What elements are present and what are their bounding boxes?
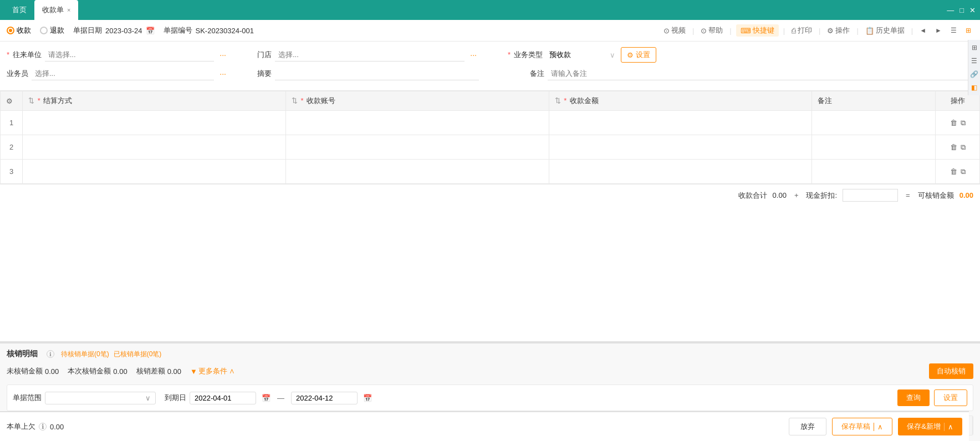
salesperson-input[interactable] [32, 67, 214, 80]
close-icon[interactable]: ✕ [969, 6, 976, 14]
writeoff-info-icon[interactable]: ℹ [47, 350, 54, 358]
query-button[interactable]: 查询 [897, 389, 930, 406]
nav-next-icon[interactable]: ► [933, 25, 944, 35]
summary-input[interactable] [275, 67, 479, 80]
tab-receipt[interactable]: 收款单 × [34, 0, 78, 20]
delete-row-3-icon[interactable]: 🗑 [950, 167, 957, 176]
store-more-icon[interactable]: ··· [468, 50, 479, 59]
form-area: * 往来单位 ··· 门店 ··· * 业务类型 预收款 ∨ [0, 42, 980, 91]
save-draft-button[interactable]: 保存草稿 ∧ [832, 418, 892, 435]
minimize-icon[interactable]: — [947, 6, 954, 14]
save-draft-arrow-icon[interactable]: ∧ [874, 423, 883, 431]
help-btn[interactable]: ⊙ 帮助 [698, 24, 725, 37]
history-btn[interactable]: 📋 历史单据 [863, 24, 907, 37]
calendar-to-icon[interactable]: 📅 [363, 394, 372, 402]
video-btn[interactable]: ⊙ 视频 [661, 24, 688, 37]
remark-field: 备注 [530, 67, 973, 80]
col-settlement-method: ⇅ * 结算方式 [23, 91, 286, 111]
video-icon: ⊙ [663, 27, 670, 35]
bottom-footer: 本单上欠 ℹ 0.00 放弃 保存草稿 ∧ 保存&新增 ∧ [0, 411, 969, 441]
more-conditions-btn[interactable]: ▼ 更多条件 ∧ [190, 366, 236, 376]
discount-input[interactable] [843, 189, 898, 202]
main-content: 收款 退款 单据日期 2023-03-24 📅 单据编号 SK-20230324… [0, 20, 980, 441]
sidebar-panel-icon[interactable]: ◧ [969, 82, 980, 93]
close-tab-icon[interactable]: × [67, 7, 70, 13]
radio-receipt[interactable]: 收款 [7, 25, 31, 35]
copy-row-3-icon[interactable]: ⧉ [961, 167, 966, 176]
due-date-filter-field: 到期日 📅 — 📅 [165, 392, 372, 404]
row-num-3: 3 [1, 160, 23, 184]
cell-action-2: 🗑 ⧉ [936, 135, 980, 160]
toolbar: 收款 退款 单据日期 2023-03-24 📅 单据编号 SK-20230324… [0, 20, 980, 42]
filter-icon: ▼ [190, 367, 197, 376]
partner-more-icon[interactable]: ··· [217, 50, 228, 59]
auto-writeoff-button[interactable]: 自动核销 [929, 363, 973, 379]
biz-type-field: * 业务类型 预收款 ∨ ⚙ 设置 [508, 47, 973, 63]
receipt-type-radio-group: 收款 退款 [7, 25, 64, 35]
copy-row-1-icon[interactable]: ⧉ [961, 119, 966, 127]
save-new-arrow-icon[interactable]: ∧ [944, 423, 953, 431]
cell-remark-2[interactable] [812, 135, 936, 160]
col-remark: 备注 [812, 91, 936, 111]
store-input[interactable] [275, 48, 465, 61]
sidebar-list-icon[interactable]: ☰ [969, 55, 980, 66]
discard-button[interactable]: 放弃 [789, 418, 826, 435]
remark-input[interactable] [548, 67, 973, 80]
copy-row-2-icon[interactable]: ⧉ [961, 143, 966, 152]
tab-home[interactable]: 首页 [4, 0, 34, 20]
calendar-from-icon[interactable]: 📅 [262, 394, 270, 402]
delete-row-1-icon[interactable]: 🗑 [950, 119, 957, 127]
cell-remark-3[interactable] [812, 160, 936, 184]
print-btn[interactable]: ⎙ 打印 [789, 24, 814, 37]
tab-pending-writeoff[interactable]: 待核销单据(0笔) [61, 350, 109, 359]
calendar-icon[interactable]: 📅 [146, 27, 155, 35]
operations-icon: ⚙ [827, 27, 834, 35]
salesperson-more-icon[interactable]: ··· [217, 69, 228, 78]
writeoff-settings-button[interactable]: 设置 [934, 389, 967, 406]
cell-amount-2[interactable] [549, 135, 812, 160]
operations-btn[interactable]: ⚙ 操作 [825, 24, 852, 37]
stat-current-writeoff: 本次核销金额 0.00 [68, 366, 127, 376]
footer-info: 本单上欠 ℹ 0.00 [7, 422, 64, 432]
cell-account-2[interactable] [285, 135, 549, 160]
date-from-input[interactable] [190, 392, 256, 404]
tab-completed-writeoff[interactable]: 已核销单据(0笔) [114, 350, 162, 359]
cell-amount-3[interactable] [549, 160, 812, 184]
list-view-icon[interactable]: ☰ [948, 25, 959, 35]
shortcut-btn[interactable]: ⌨ 快捷键 [736, 24, 779, 37]
doc-date-field: 单据日期 2023-03-24 📅 [73, 25, 155, 35]
table-settings-icon[interactable]: ⚙ [6, 97, 13, 105]
delete-row-2-icon[interactable]: 🗑 [950, 143, 957, 152]
filter-row: 单据范围 ∨ 到期日 📅 — 📅 查询 设置 [7, 384, 973, 411]
cell-settlement-2[interactable] [23, 135, 286, 160]
cell-settlement-3[interactable] [23, 160, 286, 184]
form-row-1: * 往来单位 ··· 门店 ··· * 业务类型 预收款 ∨ [7, 47, 973, 63]
partner-input[interactable] [45, 48, 215, 61]
cell-settlement-1[interactable] [23, 111, 286, 135]
date-to-input[interactable] [291, 392, 358, 404]
footer-actions: 放弃 保存草稿 ∧ 保存&新增 ∧ [789, 418, 962, 435]
biz-type-dropdown-icon[interactable]: ∨ [608, 51, 617, 59]
settings-button[interactable]: ⚙ 设置 [621, 47, 656, 63]
radio-refund[interactable]: 退款 [40, 25, 64, 35]
settings-col-header[interactable]: ⚙ [1, 91, 23, 111]
cell-amount-1[interactable] [549, 111, 812, 135]
range-select-btn[interactable]: ∨ [45, 392, 156, 404]
footer-info-icon[interactable]: ℹ [39, 423, 47, 430]
summary-row: 收款合计 0.00 + 现金折扣: = 可核销金额 0.00 [0, 184, 980, 206]
table-section: ⚙ ⇅ * 结算方式 ⇅ * 收款账号 ⇅ * 收款 [0, 91, 980, 341]
col-receipt-account: ⇅ * 收款账号 [285, 91, 549, 111]
store-field: 门店 ··· [257, 48, 479, 61]
summary-field: 摘要 [257, 67, 479, 80]
save-new-button[interactable]: 保存&新增 ∧ [898, 418, 962, 435]
cell-account-3[interactable] [285, 160, 549, 184]
nav-prev-icon[interactable]: ◄ [917, 25, 928, 35]
maximize-icon[interactable]: □ [959, 6, 964, 14]
sidebar-table-icon[interactable]: ⊞ [969, 42, 980, 53]
cell-account-1[interactable] [285, 111, 549, 135]
cell-remark-1[interactable] [812, 111, 936, 135]
grid-view-icon[interactable]: ⊞ [963, 25, 973, 35]
row-num-2: 2 [1, 135, 23, 160]
partner-field: * 往来单位 ··· [7, 48, 228, 61]
sidebar-link-icon[interactable]: 🔗 [969, 69, 980, 80]
